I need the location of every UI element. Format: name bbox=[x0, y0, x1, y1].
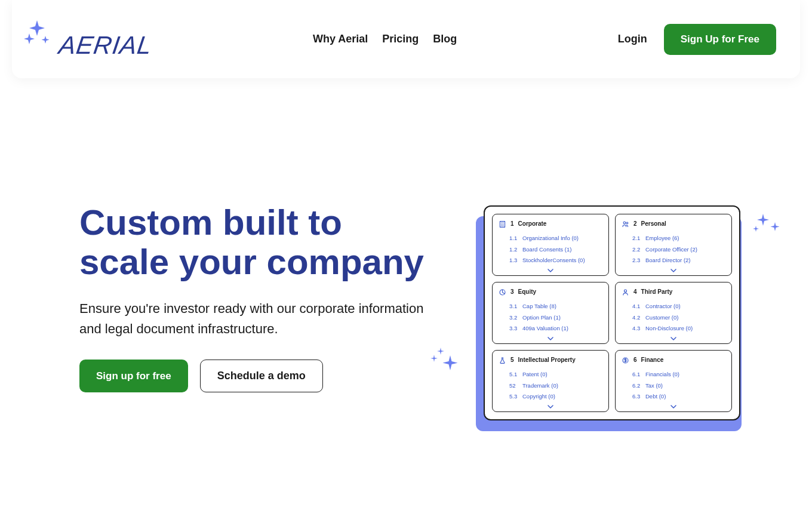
card-item[interactable]: 1.3StockholderConsents (0) bbox=[509, 255, 602, 266]
card-item[interactable]: 2.2Corporate Officer (2) bbox=[632, 244, 725, 256]
item-number: 1.3 bbox=[509, 255, 519, 266]
item-label: Cap Table (8) bbox=[522, 301, 556, 312]
card-item[interactable]: 4.2Customer (0) bbox=[632, 312, 725, 324]
item-label: Customer (0) bbox=[645, 312, 678, 324]
card-title: Finance bbox=[641, 357, 664, 363]
dashboard-card: 2Personal2.1Employee (6)2.2Corporate Off… bbox=[615, 214, 732, 276]
item-number: 4.3 bbox=[632, 323, 642, 334]
card-header: 3Equity bbox=[499, 288, 602, 296]
card-header: 2Personal bbox=[622, 220, 725, 228]
dashboard-card: 6Finance6.1Financials (0)6.2Tax (0)6.3De… bbox=[615, 350, 732, 412]
card-number: 1 bbox=[510, 220, 514, 227]
building-icon bbox=[499, 220, 506, 228]
hero-subtitle: Ensure you're investor ready with our co… bbox=[79, 299, 426, 339]
flask-icon bbox=[499, 356, 506, 364]
card-title: Equity bbox=[518, 288, 537, 295]
item-label: Non-Disclosure (0) bbox=[645, 323, 693, 334]
card-items: 2.1Employee (6)2.2Corporate Officer (2)2… bbox=[622, 233, 725, 266]
chevron-down-icon[interactable] bbox=[670, 336, 676, 342]
card-header: 4Third Party bbox=[622, 288, 725, 296]
hero-demo-button[interactable]: Schedule a demo bbox=[200, 360, 323, 392]
card-items: 6.1Financials (0)6.2Tax (0)6.3Debt (0) bbox=[622, 369, 725, 403]
card-item[interactable]: 3.2Option Plan (1) bbox=[509, 312, 602, 324]
card-item[interactable]: 2.1Employee (6) bbox=[632, 233, 725, 244]
dashboard-grid: 1Corporate1.1Organizational Info (0)1.2B… bbox=[484, 205, 740, 420]
chevron-down-icon[interactable] bbox=[670, 404, 676, 410]
card-item[interactable]: 3.3409a Valuation (1) bbox=[509, 323, 602, 334]
card-items: 1.1Organizational Info (0)1.2Board Conse… bbox=[499, 233, 602, 266]
card-item[interactable]: 4.3Non-Disclosure (0) bbox=[632, 323, 725, 334]
card-number: 2 bbox=[633, 220, 637, 227]
sparkle-icon bbox=[430, 348, 460, 374]
card-item[interactable]: 5.3Copyright (0) bbox=[509, 391, 602, 403]
item-number: 2.1 bbox=[632, 233, 642, 244]
svg-rect-0 bbox=[500, 222, 505, 228]
card-item[interactable]: 4.1Contractor (0) bbox=[632, 301, 725, 312]
item-number: 6.3 bbox=[632, 391, 642, 403]
card-item[interactable]: 5.1Patent (0) bbox=[509, 369, 602, 380]
card-items: 5.1Patent (0)52Trademark (0)5.3Copyright… bbox=[499, 369, 602, 403]
hero-signup-button[interactable]: Sign up for free bbox=[79, 360, 188, 392]
item-label: Option Plan (1) bbox=[522, 312, 561, 324]
nav-pricing[interactable]: Pricing bbox=[382, 33, 419, 45]
card-item[interactable]: 6.3Debt (0) bbox=[632, 391, 725, 403]
card-item[interactable]: 6.1Financials (0) bbox=[632, 369, 725, 380]
item-number: 2.3 bbox=[632, 255, 642, 266]
login-link[interactable]: Login bbox=[618, 33, 647, 45]
chevron-down-icon[interactable] bbox=[548, 404, 553, 410]
dashboard-illustration: 1Corporate1.1Organizational Info (0)1.2B… bbox=[476, 205, 742, 431]
item-label: Patent (0) bbox=[522, 369, 548, 380]
signup-button[interactable]: Sign Up for Free bbox=[664, 24, 776, 55]
item-label: Organizational Info (0) bbox=[522, 233, 579, 244]
item-label: Financials (0) bbox=[645, 369, 679, 380]
card-item[interactable]: 1.1Organizational Info (0) bbox=[509, 233, 602, 244]
card-item[interactable]: 3.1Cap Table (8) bbox=[509, 301, 602, 312]
card-number: 5 bbox=[510, 357, 514, 363]
nav-blog[interactable]: Blog bbox=[433, 33, 457, 45]
svg-point-8 bbox=[626, 222, 628, 224]
svg-point-7 bbox=[623, 222, 626, 224]
hero-section: Custom built to scale your company Ensur… bbox=[79, 203, 426, 392]
card-title: Third Party bbox=[641, 288, 673, 295]
sparkle-icon bbox=[24, 19, 57, 55]
item-label: 409a Valuation (1) bbox=[522, 323, 568, 334]
item-label: Employee (6) bbox=[645, 233, 679, 244]
item-number: 52 bbox=[509, 380, 519, 392]
people-icon bbox=[622, 220, 629, 228]
card-item[interactable]: 1.2Board Consents (1) bbox=[509, 244, 602, 256]
card-header: 1Corporate bbox=[499, 220, 602, 228]
card-title: Intellectual Property bbox=[518, 357, 576, 363]
item-label: Corporate Officer (2) bbox=[645, 244, 697, 256]
hero-actions: Sign up for free Schedule a demo bbox=[79, 360, 426, 392]
hero-title: Custom built to scale your company bbox=[79, 203, 426, 282]
nav-why-aerial[interactable]: Why Aerial bbox=[313, 33, 368, 45]
item-number: 5.1 bbox=[509, 369, 519, 380]
chevron-down-icon[interactable] bbox=[548, 336, 553, 342]
item-label: Trademark (0) bbox=[522, 380, 558, 392]
item-label: Board Consents (1) bbox=[522, 244, 571, 256]
item-number: 2.2 bbox=[632, 244, 642, 256]
item-number: 6.1 bbox=[632, 369, 642, 380]
card-item[interactable]: 2.3Board Director (2) bbox=[632, 255, 725, 266]
card-number: 6 bbox=[633, 357, 637, 363]
item-number: 3.1 bbox=[509, 301, 519, 312]
card-title: Personal bbox=[641, 220, 666, 227]
chevron-down-icon[interactable] bbox=[670, 268, 676, 274]
item-label: Tax (0) bbox=[645, 380, 663, 392]
card-item[interactable]: 52Trademark (0) bbox=[509, 380, 602, 392]
chevron-down-icon[interactable] bbox=[548, 268, 553, 274]
site-header: AERIAL Why Aerial Pricing Blog Login Sig… bbox=[12, 0, 800, 78]
item-number: 6.2 bbox=[632, 380, 642, 392]
item-number: 1.2 bbox=[509, 244, 519, 256]
primary-nav: Why Aerial Pricing Blog bbox=[313, 33, 457, 45]
card-header: 6Finance bbox=[622, 356, 725, 364]
pie-icon bbox=[499, 288, 506, 296]
logo[interactable]: AERIAL bbox=[24, 19, 152, 60]
dashboard-card: 5Intellectual Property5.1Patent (0)52Tra… bbox=[492, 350, 609, 412]
item-label: Contractor (0) bbox=[645, 301, 681, 312]
dashboard-card: 3Equity3.1Cap Table (8)3.2Option Plan (1… bbox=[492, 282, 609, 344]
card-title: Corporate bbox=[518, 220, 547, 227]
dashboard-card: 1Corporate1.1Organizational Info (0)1.2B… bbox=[492, 214, 609, 276]
card-item[interactable]: 6.2Tax (0) bbox=[632, 380, 725, 392]
card-header: 5Intellectual Property bbox=[499, 356, 602, 364]
